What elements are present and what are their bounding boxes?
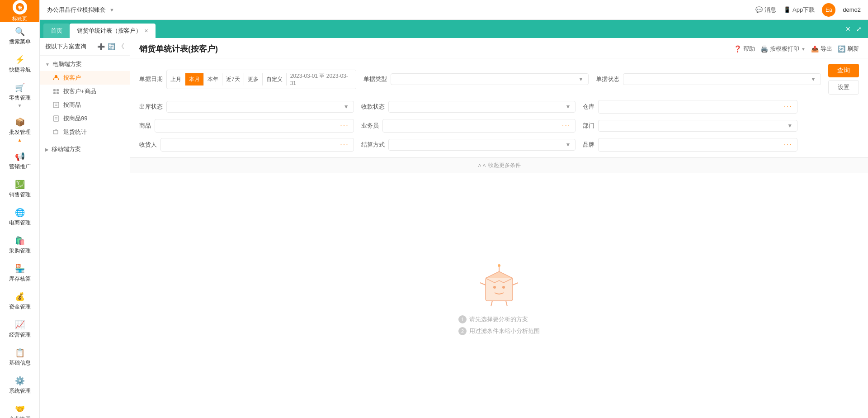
out-status-input[interactable]: ▼ — [166, 101, 354, 113]
sidebar-item-collab[interactable]: 🤝 企业协同 — [0, 399, 40, 418]
sidebar-item-inventory[interactable]: 🏪 库存核算 — [0, 259, 40, 287]
sales-icon: 💹 — [15, 180, 25, 190]
sidebar-item-basic-label: 基础信息 — [9, 359, 31, 367]
sidebar-item-operation[interactable]: 📈 经营管理 — [0, 315, 40, 343]
username: demo2 — [843, 6, 861, 13]
svg-rect-4 — [57, 89, 59, 91]
filter-row-3: 商品 ··· 业务员 ··· 部门 — [139, 119, 859, 133]
topbar-dropdown-icon[interactable]: ▼ — [109, 7, 114, 13]
collapse-scheme-icon[interactable]: 《 — [118, 43, 124, 51]
user-avatar[interactable]: Ea — [822, 3, 835, 17]
scheme-group-mobile-header[interactable]: ▶ 移动端方案 — [40, 142, 130, 156]
brand-dots-icon: ··· — [784, 141, 793, 149]
scheme-item-customer-goods[interactable]: 按客户+商品 — [40, 85, 130, 98]
help-btn[interactable]: ❓ 帮助 — [734, 45, 755, 53]
tab-home[interactable]: 首页 — [43, 24, 70, 38]
print-label: 按模板打印 — [770, 45, 799, 53]
collapse-bar[interactable]: ∧∧ 收起更多条件 — [130, 157, 868, 173]
export-btn[interactable]: 📤 导出 — [811, 45, 832, 53]
salesperson-input[interactable]: ··· — [382, 119, 576, 133]
scheme-group-desktop-header[interactable]: ▼ 电脑端方案 — [40, 57, 130, 71]
date-btn-more[interactable]: 更多 — [244, 73, 263, 86]
tab-close-icon[interactable]: ✕ — [144, 28, 148, 34]
scheme-item-goods99[interactable]: 按商品99 — [40, 112, 130, 125]
refresh-scheme-icon[interactable]: 🔄 — [108, 43, 115, 50]
receipt-status-input[interactable]: ▼ — [388, 101, 576, 113]
scheme-header-label: 按以下方案查询 — [45, 43, 86, 51]
tip-num-1: 1 — [458, 315, 467, 323]
sidebar-item-sales[interactable]: 💹 销售管理 — [0, 175, 40, 203]
tab-sales-stat[interactable]: 销货单统计表（按客户） ✕ — [70, 24, 156, 38]
scheme-group-mobile: ▶ 移动端方案 — [40, 141, 130, 158]
scheme-item-customer[interactable]: 按客户 — [40, 71, 130, 85]
filter-brand: 品牌 ··· — [583, 138, 797, 152]
sidebar-item-nav[interactable]: ⚡ 快捷导航 — [0, 50, 40, 78]
date-btn-this-year[interactable]: 本年 — [204, 73, 222, 86]
sidebar-item-purchase[interactable]: 🛍️ 采购管理 — [0, 231, 40, 259]
sidebar-item-search[interactable]: 🔍 搜索菜单 — [0, 22, 40, 50]
date-btn-last-month[interactable]: 上月 — [167, 73, 185, 86]
brand-input[interactable]: ··· — [598, 138, 797, 152]
refresh-icon: 🔄 — [838, 45, 845, 52]
operation-icon: 📈 — [15, 320, 25, 330]
app-icon: 📱 — [783, 6, 791, 13]
svg-rect-5 — [53, 92, 56, 94]
filter-consignee: 收货人 ··· — [139, 138, 354, 152]
avatar-text: Ea — [826, 7, 832, 13]
wholesale-arrow: ▲ — [18, 138, 22, 142]
sidebar-item-marketing[interactable]: 📢 营销推广 — [0, 147, 40, 175]
settlement-input[interactable]: ▼ — [388, 139, 576, 151]
scheme-item-cg-label: 按客户+商品 — [63, 87, 96, 95]
win-close-btn[interactable]: ✕ — [843, 24, 854, 34]
main-area: 办公用品行业模拟账套 ▼ 💬 消息 📱 App下载 Ea demo2 首页 销货… — [40, 0, 868, 418]
app-download-btn[interactable]: 📱 App下载 — [783, 6, 815, 14]
win-expand-btn[interactable]: ⤢ — [854, 24, 864, 34]
out-status-dropdown-icon: ▼ — [344, 104, 349, 110]
doc-status-input[interactable]: ▼ — [623, 73, 821, 85]
warehouse-dots-icon: ··· — [784, 103, 793, 111]
goods99-icon — [52, 115, 60, 122]
consignee-input[interactable]: ··· — [160, 138, 354, 152]
sidebar-item-inventory-label: 库存核算 — [9, 275, 31, 283]
settings-button[interactable]: 设置 — [828, 80, 859, 95]
retail-icon: 🛒 — [15, 83, 25, 93]
query-button[interactable]: 查询 — [828, 64, 859, 77]
sidebar-item-finance-label: 资金管理 — [9, 303, 31, 311]
sidebar-item-wholesale[interactable]: 📦 批发管理 ▲ — [0, 113, 40, 147]
main-panel: 销货单统计表(按客户) ❓ 帮助 🖨️ 按模板打印 ▼ 📤 导出 — [130, 38, 868, 418]
date-btn-this-month[interactable]: 本月 — [185, 73, 204, 86]
goods-input[interactable]: ··· — [155, 119, 354, 133]
department-label: 部门 — [583, 122, 594, 130]
marketing-icon: 📢 — [15, 152, 25, 162]
svg-line-19 — [491, 301, 492, 306]
print-btn[interactable]: 🖨️ 按模板打印 ▼ — [760, 45, 806, 53]
add-scheme-icon[interactable]: ➕ — [97, 43, 105, 50]
receipt-status-label: 收款状态 — [361, 103, 385, 111]
sidebar-item-system[interactable]: ⚙️ 系统管理 — [0, 371, 40, 399]
sidebar-item-finance[interactable]: 💰 资金管理 — [0, 287, 40, 315]
group-arrow-icon: ▼ — [45, 62, 50, 67]
department-input[interactable]: ▼ — [598, 120, 797, 132]
date-btn-custom[interactable]: 自定义 — [263, 73, 287, 86]
sidebar-item-ecom[interactable]: 🌐 电商管理 — [0, 203, 40, 231]
refresh-btn[interactable]: 🔄 刷新 — [838, 45, 859, 53]
sidebar-item-retail[interactable]: 🛒 零售管理 ▼ — [0, 78, 40, 113]
department-dropdown-icon: ▼ — [787, 123, 793, 129]
msg-btn[interactable]: 💬 消息 — [755, 6, 776, 14]
sidebar-item-basic[interactable]: 📋 基础信息 — [0, 343, 40, 371]
app-logo[interactable]: 畅 标账页 — [0, 0, 40, 22]
empty-tip-1: 1 请先选择要分析的方案 — [458, 315, 540, 323]
doc-type-input[interactable]: ▼ — [391, 73, 589, 85]
warehouse-input[interactable]: ··· — [598, 100, 797, 114]
consignee-label: 收货人 — [139, 141, 157, 149]
ecom-icon: 🌐 — [15, 208, 25, 218]
mobile-group-label: 移动端方案 — [52, 145, 81, 153]
warehouse-label: 仓库 — [583, 103, 594, 111]
date-btn-7days[interactable]: 近7天 — [222, 73, 244, 86]
scheme-item-return[interactable]: 退货统计 — [40, 125, 130, 139]
doc-status-dropdown-icon: ▼ — [811, 76, 816, 82]
topbar-title: 办公用品行业模拟账套 — [47, 6, 106, 14]
scheme-item-goods[interactable]: 按商品 — [40, 98, 130, 112]
salesperson-dots-icon: ··· — [562, 122, 571, 130]
svg-text:畅: 畅 — [18, 5, 22, 10]
